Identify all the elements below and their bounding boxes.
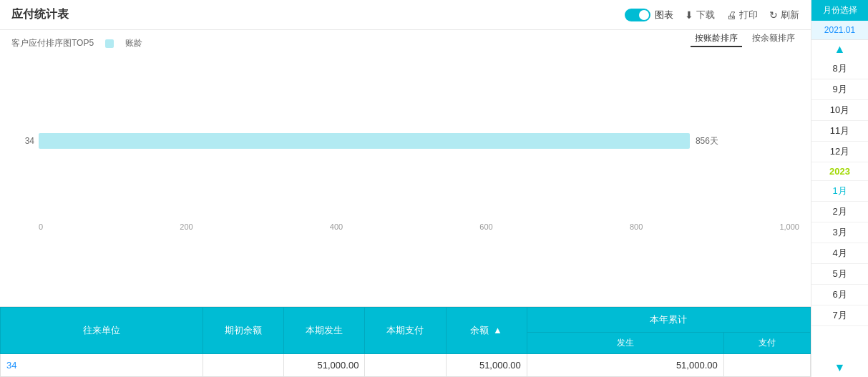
sidebar-month-6[interactable]: 1月 xyxy=(811,181,868,202)
sidebar-month-0[interactable]: 8月 xyxy=(811,59,868,79)
sidebar-month-2[interactable]: 10月 xyxy=(811,100,868,121)
col-balance-label: 余额 xyxy=(470,325,489,336)
chart-controls: 按账龄排序 按余额排序 xyxy=(691,31,799,47)
legend-dot-ageing xyxy=(105,39,114,48)
col-balance-header: 余额 ▲ xyxy=(446,308,527,354)
sort-by-amount-btn[interactable]: 按余额排序 xyxy=(748,31,799,47)
sidebar-month-7[interactable]: 2月 xyxy=(811,202,868,222)
chart-toggle-wrap[interactable]: 图表 xyxy=(625,9,673,21)
legend-title: 客户应付排序图TOP5 xyxy=(11,37,94,49)
main-container: 应付统计表 图表 下载 打印 刷新 xyxy=(0,0,868,377)
content-area: 应付统计表 图表 下载 打印 刷新 xyxy=(0,0,811,377)
x-label-5: 1,000 xyxy=(779,222,799,231)
data-table: 往来单位 期初余额 本期发生 本期支付 余额 ▲ 本年累计 发生 支付 xyxy=(0,307,811,377)
legend-item-label: 账龄 xyxy=(125,37,142,49)
x-label-3: 600 xyxy=(479,222,492,231)
bar-end-label-0: 856天 xyxy=(696,135,718,147)
header: 应付统计表 图表 下载 打印 刷新 xyxy=(0,0,811,30)
bar-fill-0 xyxy=(39,133,690,149)
cell-year-pay-0 xyxy=(723,354,810,377)
col-year-occur-header: 发生 xyxy=(527,333,723,354)
chart-toggle-label: 图表 xyxy=(655,9,673,21)
refresh-icon xyxy=(769,9,778,21)
bar-id-label: 34 xyxy=(11,136,39,146)
sidebar-up-button[interactable]: ▲ xyxy=(811,40,868,59)
sidebar-month-10[interactable]: 5月 xyxy=(811,264,868,285)
header-actions: 图表 下载 打印 刷新 xyxy=(625,9,799,21)
x-label-2: 400 xyxy=(330,222,343,231)
sort-by-balance-btn[interactable]: 按账龄排序 xyxy=(691,31,742,47)
cell-current-pay-0 xyxy=(365,354,446,377)
print-label: 打印 xyxy=(739,9,758,21)
refresh-label: 刷新 xyxy=(781,9,799,21)
sidebar-month-8[interactable]: 3月 xyxy=(811,222,868,243)
print-icon xyxy=(726,9,736,21)
chart-section: 客户应付排序图TOP5 账龄 按账龄排序 按余额排序 34 xyxy=(0,30,811,306)
chart-legend: 客户应付排序图TOP5 账龄 xyxy=(11,37,142,49)
page-title: 应付统计表 xyxy=(11,7,69,22)
sidebar-month-9[interactable]: 4月 xyxy=(811,243,868,264)
sidebar-month-11[interactable]: 6月 xyxy=(811,285,868,305)
cell-opening-0 xyxy=(203,354,284,377)
chart-body: 34 856天 xyxy=(11,62,799,220)
cell-year-occur-0: 51,000.00 xyxy=(527,354,723,377)
download-button[interactable]: 下载 xyxy=(685,9,715,21)
bar-area: 856天 xyxy=(39,62,799,220)
x-label-4: 800 xyxy=(630,222,643,231)
col-opening-header: 期初余额 xyxy=(203,308,284,354)
bar-row-0: 856天 xyxy=(39,131,799,151)
chart-toggle[interactable] xyxy=(625,9,650,21)
sidebar-down-button[interactable]: ▼ xyxy=(811,358,868,377)
download-label: 下载 xyxy=(696,9,715,21)
sidebar-month-4[interactable]: 12月 xyxy=(811,142,868,162)
table-header-row: 往来单位 期初余额 本期发生 本期支付 余额 ▲ 本年累计 xyxy=(1,308,811,333)
sidebar-month-5[interactable]: 2023 xyxy=(811,162,868,181)
cell-unit-0: 34 xyxy=(1,354,203,377)
sidebar-months-list: 8月9月10月11月12月20231月2月3月4月5月6月7月 xyxy=(811,59,868,358)
sidebar: 月份选择 2021.01 ▲ 8月9月10月11月12月20231月2月3月4月… xyxy=(811,0,868,377)
chart-legend-header: 客户应付排序图TOP5 账龄 按账龄排序 按余额排序 xyxy=(11,37,799,55)
cell-balance-0: 51,000.00 xyxy=(446,354,527,377)
x-label-1: 200 xyxy=(180,222,192,231)
sidebar-month-12[interactable]: 7月 xyxy=(811,305,868,326)
print-button[interactable]: 打印 xyxy=(726,9,758,21)
col-current-pay-header: 本期支付 xyxy=(365,308,446,354)
chart-wrapper: 34 856天 0 200 400 600 xyxy=(11,62,799,263)
sidebar-header: 月份选择 xyxy=(811,0,868,21)
sidebar-month-1[interactable]: 9月 xyxy=(811,79,868,100)
cell-current-occur-0: 51,000.00 xyxy=(284,354,365,377)
table-row: 34 51,000.00 51,000.00 51,000.00 xyxy=(1,354,811,377)
refresh-button[interactable]: 刷新 xyxy=(769,9,799,21)
table-body: 34 51,000.00 51,000.00 51,000.00 xyxy=(1,354,811,377)
col-balance-sort-icon[interactable]: ▲ xyxy=(493,325,502,336)
col-unit-header: 往来单位 xyxy=(1,308,203,354)
col-year-total-header: 本年累计 xyxy=(527,308,810,333)
sidebar-month-3[interactable]: 11月 xyxy=(811,121,868,142)
download-icon xyxy=(685,9,693,21)
col-year-pay-header: 支付 xyxy=(723,333,810,354)
sidebar-current-period[interactable]: 2021.01 xyxy=(811,21,868,40)
chart-y-labels: 34 xyxy=(11,62,39,220)
x-axis: 0 200 400 600 800 1,000 xyxy=(39,222,799,231)
table-section: 往来单位 期初余额 本期发生 本期支付 余额 ▲ 本年累计 发生 支付 xyxy=(0,306,811,377)
unit-link-0[interactable]: 34 xyxy=(6,360,16,371)
col-current-occur-header: 本期发生 xyxy=(284,308,365,354)
x-label-0: 0 xyxy=(39,222,43,231)
